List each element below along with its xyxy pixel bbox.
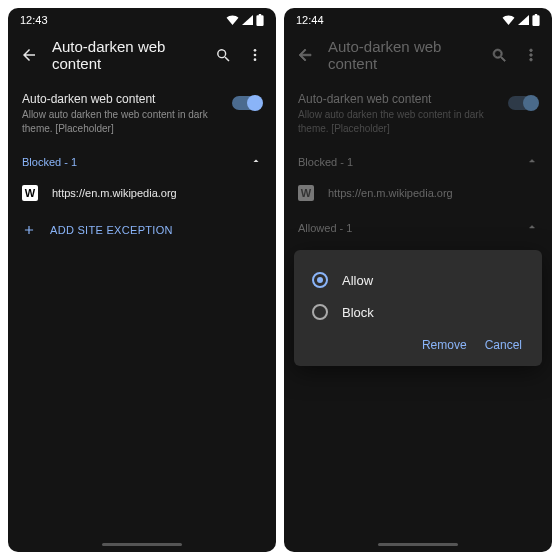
blocked-site-row: W https://en.m.wikipedia.org — [284, 175, 552, 211]
wifi-icon — [502, 15, 515, 25]
allow-label: Allow — [342, 273, 373, 288]
wifi-icon — [226, 15, 239, 25]
site-url: https://en.m.wikipedia.org — [328, 187, 453, 199]
add-site-button[interactable]: ADD SITE EXCEPTION — [8, 211, 276, 249]
allowed-header-label: Allowed - 1 — [298, 222, 352, 234]
back-icon[interactable] — [20, 46, 38, 64]
toggle-switch[interactable] — [232, 96, 262, 110]
overflow-icon — [522, 46, 540, 64]
search-icon[interactable] — [214, 46, 232, 64]
blocked-header-label: Blocked - 1 — [22, 156, 77, 168]
site-url: https://en.m.wikipedia.org — [52, 187, 177, 199]
blocked-section-header[interactable]: Blocked - 1 — [8, 145, 276, 175]
chevron-up-icon — [526, 155, 538, 169]
signal-icon — [242, 15, 253, 25]
nav-handle[interactable] — [378, 543, 458, 546]
app-bar: Auto-darken web content — [284, 28, 552, 84]
block-option[interactable]: Block — [300, 296, 536, 328]
svg-point-3 — [530, 49, 533, 52]
page-title: Auto-darken web content — [52, 38, 200, 72]
blocked-site-row[interactable]: W https://en.m.wikipedia.org — [8, 175, 276, 211]
status-bar: 12:43 — [8, 8, 276, 28]
search-icon — [490, 46, 508, 64]
cancel-button[interactable]: Cancel — [485, 338, 522, 352]
radio-checked-icon — [312, 272, 328, 288]
phone-left: 12:43 Auto-darken web content Auto-darke… — [8, 8, 276, 552]
battery-icon — [256, 14, 264, 26]
status-icons — [502, 14, 540, 26]
battery-icon — [532, 14, 540, 26]
status-icons — [226, 14, 264, 26]
chevron-up-icon — [250, 155, 262, 169]
toggle-switch — [508, 96, 538, 110]
status-time: 12:44 — [296, 14, 324, 26]
blocked-section-header: Blocked - 1 — [284, 145, 552, 175]
allowed-section-header: Allowed - 1 — [284, 211, 552, 241]
status-bar: 12:44 — [284, 8, 552, 28]
site-favicon: W — [298, 185, 314, 201]
status-time: 12:43 — [20, 14, 48, 26]
overflow-icon[interactable] — [246, 46, 264, 64]
svg-point-2 — [254, 58, 257, 61]
allow-option[interactable]: Allow — [300, 264, 536, 296]
back-icon — [296, 46, 314, 64]
page-title: Auto-darken web content — [328, 38, 476, 72]
site-favicon: W — [22, 185, 38, 201]
nav-handle[interactable] — [102, 543, 182, 546]
setting-subtitle: Allow auto darken the web content in dar… — [22, 108, 222, 135]
svg-point-5 — [530, 58, 533, 61]
radio-unchecked-icon — [312, 304, 328, 320]
block-label: Block — [342, 305, 374, 320]
svg-point-1 — [254, 54, 257, 57]
add-site-label: ADD SITE EXCEPTION — [50, 224, 173, 236]
blocked-header-label: Blocked - 1 — [298, 156, 353, 168]
signal-icon — [518, 15, 529, 25]
remove-button[interactable]: Remove — [422, 338, 467, 352]
app-bar: Auto-darken web content — [8, 28, 276, 84]
setting-title: Auto-darken web content — [22, 92, 222, 106]
site-options-dialog: Allow Block Remove Cancel — [294, 250, 542, 366]
phone-right: 12:44 Auto-darken web content Auto-darke… — [284, 8, 552, 552]
svg-point-0 — [254, 49, 257, 52]
chevron-up-icon — [526, 221, 538, 235]
setting-subtitle: Allow auto darken the web content in dar… — [298, 108, 498, 135]
setting-title: Auto-darken web content — [298, 92, 498, 106]
master-toggle-row: Auto-darken web content Allow auto darke… — [284, 84, 552, 145]
master-toggle-row[interactable]: Auto-darken web content Allow auto darke… — [8, 84, 276, 145]
plus-icon — [22, 223, 36, 237]
svg-point-4 — [530, 54, 533, 57]
